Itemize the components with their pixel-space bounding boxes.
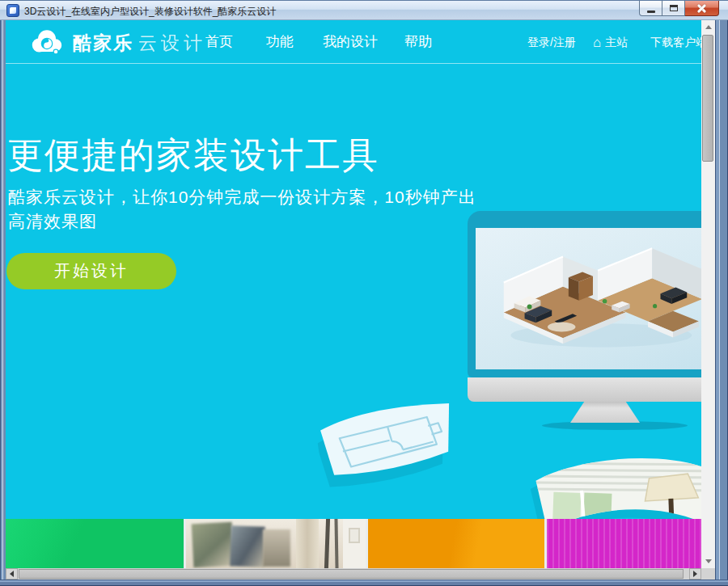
nav-link-home[interactable]: 首页	[205, 20, 233, 64]
web-page: 酷家乐云设计 首页 功能 我的设计 帮助 登录/注册 ⌂ 主站 下载客户端 更便…	[6, 20, 701, 580]
gallery-painting	[230, 525, 265, 567]
hero-subtitle-line2: 高清效果图	[8, 209, 476, 234]
app-icon	[6, 4, 19, 17]
scroll-up-button[interactable]	[701, 20, 715, 34]
hero-subtitle: 酷家乐云设计，让你10分钟完成一份设计方案，10秒钟产出 高清效果图	[8, 185, 476, 234]
hero-heading: 更便捷的家装设计工具	[7, 132, 379, 179]
monitor-chin	[468, 377, 701, 402]
arrow-right-icon	[693, 571, 697, 577]
window-title: 3D云设计_在线室内户型设计_装修设计软件_酷家乐云设计	[24, 5, 276, 19]
nav-link-help[interactable]: 帮助	[404, 20, 432, 64]
brand-logo[interactable]: 酷家乐云设计	[28, 26, 206, 60]
gallery-frame-bar	[334, 519, 338, 568]
scrollbar-corner	[701, 568, 715, 580]
cloud-icon	[28, 27, 66, 59]
hero-subtitle-line1: 酷家乐云设计，让你10分钟完成一份设计方案，10秒钟产出	[8, 185, 476, 209]
scroll-down-button[interactable]	[701, 554, 715, 568]
main-site-label: 主站	[605, 20, 628, 64]
scroll-left-button[interactable]	[6, 568, 18, 580]
scroll-right-button[interactable]	[689, 568, 701, 580]
arrow-down-icon	[705, 559, 712, 563]
brand-name-bold: 酷家乐	[73, 32, 133, 53]
arrow-left-icon	[10, 571, 14, 577]
nav-link-features[interactable]: 功能	[266, 20, 294, 64]
vertical-scrollbar[interactable]	[701, 20, 715, 568]
horizontal-scrollbar[interactable]	[6, 568, 701, 580]
window-border-right	[715, 20, 728, 580]
window-controls	[639, 1, 719, 16]
window-border-bottom	[0, 580, 728, 586]
maximize-icon	[670, 5, 678, 11]
maximize-button[interactable]	[662, 1, 685, 16]
window-titlebar[interactable]: 3D云设计_在线室内户型设计_装修设计软件_酷家乐云设计	[0, 0, 728, 20]
thumbnail-gallery-photo[interactable]	[186, 519, 366, 568]
thumbnail-magenta[interactable]	[547, 519, 701, 568]
gallery-frame-bar	[324, 519, 330, 568]
gallery-pillar	[296, 519, 319, 568]
thumbnail-green[interactable]	[6, 519, 184, 568]
horizontal-scroll-thumb[interactable]	[19, 569, 684, 579]
close-icon	[696, 3, 708, 14]
login-register-link[interactable]: 登录/注册	[527, 20, 576, 64]
nav-link-my-designs[interactable]: 我的设计	[323, 20, 378, 64]
blueprint-paper-graphic	[312, 382, 466, 496]
gallery-wall	[343, 519, 366, 568]
main-site-link[interactable]: ⌂ 主站	[593, 20, 628, 64]
navbar: 酷家乐云设计 首页 功能 我的设计 帮助 登录/注册 ⌂ 主站 下载客户端	[6, 20, 701, 64]
home-icon: ⌂	[593, 36, 601, 49]
hero-section: 更便捷的家装设计工具 酷家乐云设计，让你10分钟完成一份设计方案，10秒钟产出 …	[6, 64, 701, 519]
monitor-illustration	[468, 211, 701, 377]
thumbnail-orange[interactable]	[368, 519, 544, 568]
start-design-button[interactable]: 开始设计	[6, 253, 176, 289]
gallery-painting	[192, 522, 235, 568]
window-border-left	[0, 20, 6, 580]
gallery-painting	[263, 529, 290, 567]
app-window: 3D云设计_在线室内户型设计_装修设计软件_酷家乐云设计	[0, 0, 728, 586]
close-button[interactable]	[685, 1, 719, 16]
brand-name: 酷家乐云设计	[73, 31, 206, 56]
arrow-up-icon	[705, 25, 712, 29]
vertical-scroll-thumb[interactable]	[702, 35, 713, 162]
floorplan-3d-graphic	[489, 239, 701, 365]
monitor-stand	[570, 402, 640, 423]
gallery-small-frame	[349, 528, 360, 543]
minimize-button[interactable]	[639, 1, 662, 16]
window-content: 酷家乐云设计 首页 功能 我的设计 帮助 登录/注册 ⌂ 主站 下载客户端 更便…	[6, 20, 715, 580]
download-client-link[interactable]: 下载客户端	[650, 20, 701, 64]
minimize-icon	[647, 11, 655, 13]
thumbnail-strip	[6, 519, 701, 568]
brand-name-light: 云设计	[138, 32, 206, 53]
monitor-screen	[476, 228, 701, 369]
